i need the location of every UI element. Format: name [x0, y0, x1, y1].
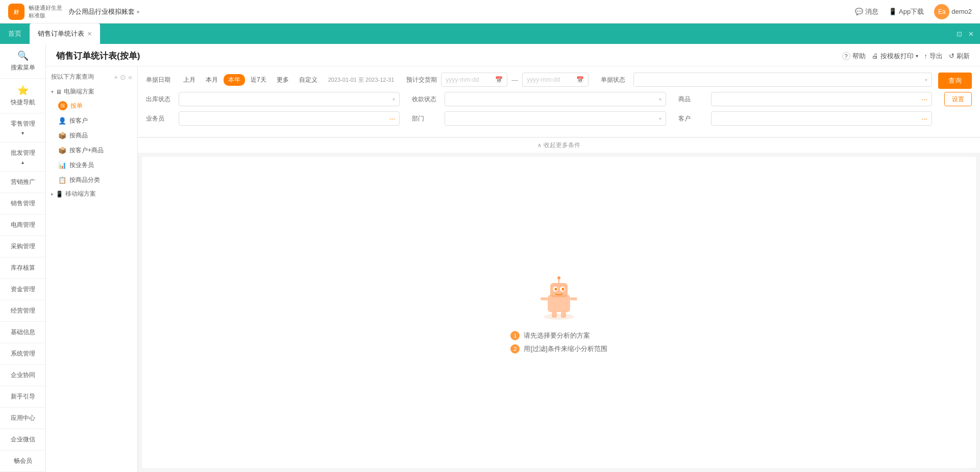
product-label: 商品: [678, 95, 707, 104]
logo-text: 畅捷通好生意 标准版: [29, 4, 62, 19]
svg-point-7: [555, 288, 557, 290]
sidebar-item-marketing[interactable]: 营销推广: [0, 172, 45, 193]
tab-home[interactable]: 首页: [0, 23, 30, 44]
help-icon: ?: [842, 52, 850, 60]
empty-tip-1: 1 请先选择要分析的方案: [510, 331, 607, 340]
predicted-date-start-input[interactable]: yyyy-mm-dd 📅: [441, 73, 507, 87]
product-select[interactable]: ···: [711, 92, 932, 106]
tab-sales-order-stats[interactable]: 销售订单统计表 ✕: [30, 23, 100, 44]
customer-dots-icon[interactable]: ···: [921, 114, 927, 123]
refresh-icon: ↺: [949, 52, 954, 60]
scheme-by-customer-icon: 👤: [58, 117, 66, 125]
sidebar-item-basic-info[interactable]: 基础信息: [0, 322, 45, 343]
page-header: 销售订单统计表(按单) ? 帮助 🖨 按模板打印 ▾ ↑ 导出 ↺ 刷新: [46, 44, 980, 66]
svg-point-2: [544, 314, 574, 320]
scheme-item-by-product-category[interactable]: 📋 按商品分类: [46, 173, 137, 187]
payment-status-select[interactable]: ▾: [445, 92, 666, 106]
customer-select[interactable]: ···: [711, 111, 932, 126]
collapse-bar[interactable]: ∧ 收起更多条件: [138, 137, 980, 153]
wholesale-arrow-icon: ▴: [21, 159, 24, 165]
scheme-collapse-btn[interactable]: «: [128, 73, 132, 81]
search-btn[interactable]: 查询: [938, 73, 972, 89]
sidebar-item-quick-nav[interactable]: ⭐ 快捷导航: [0, 79, 45, 113]
filter-section: 单据日期 上月 本月 本年 近7天 更多 自定义 2023-01-01 至 20…: [138, 66, 980, 137]
top-header: 好 畅捷通好生意 标准版 办公用品行业模拟账套 💬 消息 📱 App下载 Ea …: [0, 0, 980, 23]
logo-area: 好 畅捷通好生意 标准版: [8, 4, 62, 20]
avatar: Ea: [934, 4, 949, 19]
sidebar-item-member[interactable]: 畅会员: [0, 451, 45, 472]
ship-status-select[interactable]: ▾: [179, 92, 400, 106]
empty-illustration: [533, 272, 584, 323]
content-area: 销售订单统计表(按单) ? 帮助 🖨 按模板打印 ▾ ↑ 导出 ↺ 刷新: [46, 44, 980, 472]
sidebar-item-finance-mgmt[interactable]: 资金管理: [0, 279, 45, 300]
template-print-btn[interactable]: 🖨 按模板打印 ▾: [872, 52, 918, 61]
help-btn[interactable]: ? 帮助: [842, 52, 866, 61]
scheme-by-product-icon: 📦: [58, 132, 66, 139]
print-dropdown-icon: ▾: [916, 53, 918, 59]
sidebar-item-retail-mgmt[interactable]: 零售管理 ▾: [0, 113, 45, 143]
message-btn[interactable]: 💬 消息: [855, 7, 878, 16]
empty-tip-2: 2 用[过滤]条件来缩小分析范围: [510, 344, 607, 353]
sidebar-item-search-menu[interactable]: 🔍 搜索菜单: [0, 44, 45, 79]
dept-label: 部门: [412, 114, 440, 123]
calendar-start-icon[interactable]: 📅: [495, 76, 503, 83]
sidebar-item-wholesale-mgmt[interactable]: 批发管理 ▴: [0, 143, 45, 172]
tab-close-all-icon[interactable]: ✕: [968, 30, 974, 38]
date-chip-more[interactable]: 更多: [272, 74, 293, 86]
scheme-section-chevron-icon: ▾: [51, 89, 54, 95]
ship-status-label: 出库状态: [146, 95, 175, 104]
breadcrumb-dropdown-icon[interactable]: [137, 8, 139, 15]
order-status-select[interactable]: ▾: [633, 73, 932, 87]
salesperson-select[interactable]: ···: [179, 111, 400, 126]
scheme-by-order-icon: 按: [58, 101, 67, 110]
empty-state: 1 请先选择要分析的方案 2 用[过滤]条件来缩小分析范围: [142, 157, 976, 468]
scheme-section-mobile[interactable]: ▸ 📱 移动端方案: [46, 187, 137, 200]
tab-close-icon[interactable]: ✕: [87, 31, 92, 37]
svg-rect-3: [548, 295, 570, 312]
app-download-btn[interactable]: 📱 App下载: [889, 7, 924, 16]
export-btn[interactable]: ↑ 导出: [924, 52, 943, 61]
scheme-item-by-customer[interactable]: 👤 按客户: [46, 113, 137, 128]
sidebar-item-enterprise-collab[interactable]: 企业协同: [0, 365, 45, 386]
date-chip-custom[interactable]: 自定义: [295, 74, 322, 86]
sidebar-item-inventory-check[interactable]: 库存核算: [0, 257, 45, 279]
date-chip-this-year[interactable]: 本年: [224, 74, 245, 86]
sidebar-item-ecommerce-mgmt[interactable]: 电商管理: [0, 215, 45, 236]
predicted-date-end-input[interactable]: yyyy-mm-dd 📅: [522, 73, 589, 87]
scheme-panel: 按以下方案查询 + ⊙ « ▾ 🖥 电脑端方案 按 按单: [46, 66, 138, 472]
date-chip-last-month[interactable]: 上月: [179, 74, 200, 86]
sidebar-item-ops-mgmt[interactable]: 经营管理: [0, 300, 45, 322]
dept-select[interactable]: ▾: [445, 111, 666, 126]
split-layout: 按以下方案查询 + ⊙ « ▾ 🖥 电脑端方案 按 按单: [46, 66, 980, 472]
scheme-item-by-salesperson[interactable]: 📊 按业务员: [46, 158, 137, 173]
scheme-add-btn[interactable]: +: [114, 73, 118, 81]
sidebar-item-purchase-mgmt[interactable]: 采购管理: [0, 236, 45, 257]
tab-window-icon[interactable]: ⊡: [957, 30, 962, 38]
quick-nav-icon: ⭐: [17, 85, 29, 96]
search-menu-icon: 🔍: [17, 50, 29, 61]
svg-rect-13: [552, 312, 557, 318]
tab-bar-right: ⊡ ✕: [957, 30, 980, 38]
calendar-end-icon[interactable]: 📅: [576, 76, 584, 83]
date-chip-7days[interactable]: 近7天: [246, 74, 271, 86]
sidebar-item-app-center[interactable]: 应用中心: [0, 408, 45, 429]
date-chip-this-month[interactable]: 本月: [201, 74, 223, 86]
sidebar-item-system-mgmt[interactable]: 系统管理: [0, 343, 45, 365]
breadcrumb: 办公用品行业模拟账套: [68, 7, 855, 16]
product-dots-icon[interactable]: ···: [921, 95, 927, 103]
scheme-item-by-product[interactable]: 📦 按商品: [46, 128, 137, 143]
scheme-refresh-btn[interactable]: ⊙: [120, 73, 126, 81]
scheme-section-pc[interactable]: ▾ 🖥 电脑端方案: [46, 85, 137, 98]
scheme-item-by-customer-product[interactable]: 📦 按客户+商品: [46, 143, 137, 158]
sidebar-item-enterprise-wechat[interactable]: 企业微信: [0, 429, 45, 451]
tab-bar: 首页 销售订单统计表 ✕ ⊡ ✕: [0, 23, 980, 44]
refresh-btn[interactable]: ↺ 刷新: [949, 52, 970, 61]
date-label: 单据日期: [146, 76, 175, 84]
scheme-section-mobile-chevron-icon: ▸: [51, 191, 54, 197]
settings-btn[interactable]: 设置: [944, 92, 972, 106]
scheme-item-by-order[interactable]: 按 按单: [46, 98, 137, 113]
sidebar-item-sales-mgmt[interactable]: 销售管理: [0, 193, 45, 215]
sidebar-item-newbie-guide[interactable]: 新手引导: [0, 386, 45, 408]
salesperson-dots-icon[interactable]: ···: [389, 114, 396, 123]
user-menu[interactable]: Ea demo2: [934, 4, 972, 19]
